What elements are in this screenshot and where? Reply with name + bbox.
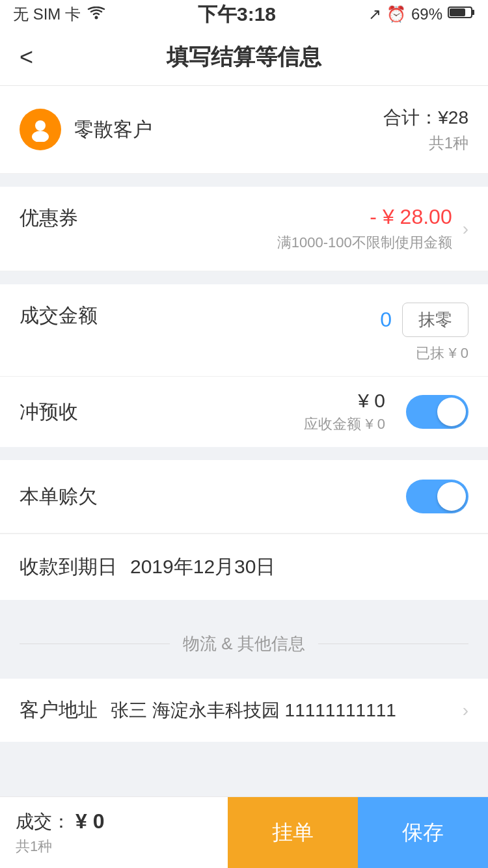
bottom-deal: 成交： ¥ 0	[16, 809, 212, 834]
coupon-row[interactable]: 优惠券 - ¥ 28.00 满1000-100不限制使用金额 ›	[0, 187, 488, 271]
coupon-label: 优惠券	[20, 205, 78, 232]
customer-left: 零散客户	[20, 109, 152, 150]
status-right: ↗ ⏰ 69%	[368, 5, 475, 23]
prepay-amounts: ¥ 0 应收金额 ¥ 0	[304, 390, 385, 434]
prepay-row: 冲预收 ¥ 0 应收金额 ¥ 0	[0, 376, 488, 447]
total-count: 共1种	[383, 133, 468, 154]
customer-name: 零散客户	[74, 116, 152, 143]
customer-avatar	[20, 109, 61, 150]
address-chevron-icon: ›	[463, 700, 468, 721]
divider-3	[0, 447, 488, 460]
debit-toggle[interactable]	[406, 480, 468, 513]
address-left: 客户地址 张三 海淀永丰科技园 11111111111	[20, 697, 396, 724]
prepay-amount: ¥ 0	[304, 390, 385, 412]
coupon-right-content: - ¥ 28.00 满1000-100不限制使用金额	[277, 205, 452, 252]
content: 零散客户 合计：¥28 共1种 优惠券 - ¥ 28.00 满1000-100不…	[0, 86, 488, 820]
page-title: 填写结算等信息	[167, 42, 321, 72]
deal-value: 0	[380, 308, 392, 332]
save-button-label: 保存	[402, 819, 444, 847]
prepay-label: 冲预收	[20, 399, 78, 426]
address-value: 张三 海淀永丰科技园 11111111111	[111, 698, 396, 723]
divider-5	[0, 668, 488, 679]
wifi-icon	[87, 5, 105, 23]
coupon-discount: - ¥ 28.00	[277, 205, 452, 229]
hang-button-label: 挂单	[272, 819, 314, 847]
svg-rect-2	[472, 10, 474, 15]
bottom-count: 共1种	[16, 837, 212, 856]
alarm-icon: ⏰	[386, 5, 406, 23]
coupon-desc: 满1000-100不限制使用金额	[277, 233, 452, 252]
customer-right: 合计：¥28 共1种	[383, 105, 468, 154]
battery-icon	[448, 5, 475, 23]
svg-point-0	[95, 16, 98, 20]
debit-label: 本单赊欠	[20, 483, 98, 510]
coupon-chevron-icon: ›	[463, 219, 468, 239]
battery-percent: 69%	[411, 5, 442, 23]
debit-toggle-circle	[437, 482, 466, 511]
deal-sub-text: 已抹 ¥ 0	[0, 344, 488, 376]
back-button[interactable]: <	[20, 44, 33, 71]
svg-point-5	[32, 131, 49, 142]
debit-row: 本单赊欠	[0, 460, 488, 534]
location-icon: ↗	[368, 5, 381, 23]
prepay-toggle[interactable]	[406, 395, 468, 429]
duedate-value: 2019年12月30日	[130, 554, 275, 580]
prepay-right: ¥ 0 应收金额 ¥ 0	[304, 390, 468, 434]
customer-row: 零散客户 合计：¥28 共1种	[0, 86, 488, 174]
bottom-bar: 成交： ¥ 0 共1种 挂单 保存	[0, 796, 488, 868]
divider-4	[0, 600, 488, 619]
round-button[interactable]: 抹零	[402, 303, 468, 337]
status-bar: 无 SIM 卡 下午3:18 ↗ ⏰ 69%	[0, 0, 488, 29]
hang-button[interactable]: 挂单	[228, 797, 358, 868]
coupon-right: - ¥ 28.00 满1000-100不限制使用金额 ›	[277, 205, 468, 252]
bottom-summary: 成交： ¥ 0 共1种	[0, 797, 228, 868]
prepay-sub: 应收金额 ¥ 0	[304, 414, 385, 434]
section-header-text: 物流 & 其他信息	[183, 632, 305, 655]
save-button[interactable]: 保存	[358, 797, 488, 868]
back-icon: <	[20, 44, 33, 70]
bottom-deal-amount: ¥ 0	[75, 809, 104, 834]
deal-right: 0 抹零	[380, 303, 468, 337]
bottom-deal-label: 成交：	[16, 809, 70, 834]
header-line-left	[20, 644, 170, 644]
no-sim-label: 无 SIM 卡	[13, 4, 81, 25]
section-header-line: 物流 & 其他信息	[0, 632, 488, 655]
duedate-row: 收款到期日 2019年12月30日	[0, 534, 488, 600]
status-time: 下午3:18	[198, 1, 276, 28]
deal-amount-label: 成交金额	[20, 303, 98, 329]
duedate-label: 收款到期日	[20, 554, 117, 580]
svg-point-4	[35, 120, 46, 131]
deal-amount-row: 成交金额 0 抹零	[0, 284, 488, 344]
nav-bar: < 填写结算等信息	[0, 29, 488, 86]
address-row[interactable]: 客户地址 张三 海淀永丰科技园 11111111111 ›	[0, 679, 488, 742]
header-line-right	[318, 644, 468, 644]
address-label: 客户地址	[20, 697, 98, 724]
status-left: 无 SIM 卡	[13, 4, 105, 25]
total-amount: 合计：¥28	[383, 105, 468, 130]
divider-2	[0, 271, 488, 284]
svg-rect-3	[450, 8, 465, 16]
logistics-section-header: 物流 & 其他信息	[0, 619, 488, 668]
toggle-circle	[437, 398, 466, 426]
divider-1	[0, 174, 488, 187]
